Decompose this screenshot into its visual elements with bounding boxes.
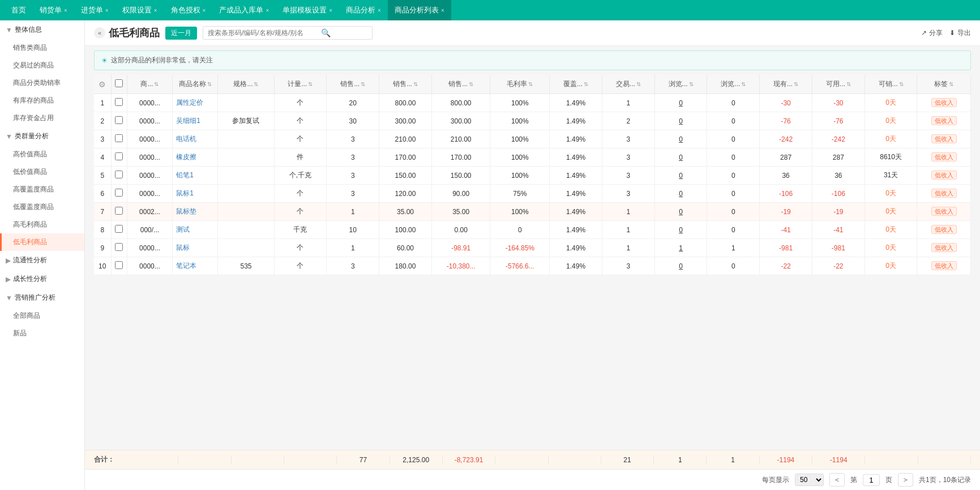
- row-v6: 3: [602, 148, 654, 167]
- search-icon[interactable]: 🔍: [321, 28, 331, 37]
- row-v7: 0: [654, 167, 707, 185]
- sidebar-item-inventory-capital[interactable]: 库存资金占用: [0, 109, 84, 127]
- nav-product-inbound[interactable]: 产成品入库单 ×: [212, 0, 276, 20]
- nav-home[interactable]: 首页: [5, 0, 33, 20]
- row-v2: 150.00: [379, 167, 432, 185]
- sidebar-item-all-products[interactable]: 全部商品: [0, 307, 84, 325]
- row-checkbox[interactable]: [115, 243, 123, 251]
- sidebar-item-sales-products[interactable]: 销售类商品: [0, 39, 84, 57]
- sidebar-item-high-margin[interactable]: 高毛利商品: [0, 216, 84, 233]
- close-icon[interactable]: ×: [64, 7, 67, 14]
- th-browse1[interactable]: 浏览...⇅: [654, 75, 707, 94]
- th-name[interactable]: 商品名称⇅: [173, 75, 218, 94]
- th-current-stock[interactable]: 现有...⇅: [760, 75, 812, 94]
- sidebar-item-new-products[interactable]: 新品: [0, 325, 84, 342]
- sidebar-group-liquidity-analysis[interactable]: ▶ 流通性分析: [0, 251, 84, 270]
- tag-badge: 低收入: [931, 207, 957, 216]
- row-name[interactable]: 鼠标: [173, 239, 218, 257]
- row-name[interactable]: 鼠标1: [173, 185, 218, 203]
- row-v5: 1.49%: [550, 203, 602, 221]
- th-available-stock[interactable]: 可用...⇅: [812, 75, 865, 94]
- th-sales1[interactable]: 销售...⇅: [327, 75, 379, 94]
- th-coverage[interactable]: 覆盖...⇅: [550, 75, 602, 94]
- row-checkbox[interactable]: [115, 207, 123, 215]
- row-checkbox[interactable]: [115, 98, 123, 106]
- row-v4: 100%: [490, 130, 550, 148]
- row-v2: 300.00: [379, 112, 432, 130]
- nav-permission-settings[interactable]: 权限设置 ×: [115, 0, 164, 20]
- row-name[interactable]: 测试: [173, 221, 218, 239]
- th-tag[interactable]: 标签⇅: [917, 75, 971, 94]
- search-input[interactable]: [208, 29, 321, 37]
- select-all-checkbox[interactable]: [115, 79, 123, 87]
- row-name[interactable]: 属性定价: [173, 94, 218, 112]
- filter-recent-month-button[interactable]: 近一月: [165, 27, 197, 40]
- sidebar-item-traded-products[interactable]: 交易过的商品: [0, 57, 84, 74]
- close-icon[interactable]: ×: [154, 7, 157, 14]
- sidebar-item-in-stock-products[interactable]: 有库存的商品: [0, 92, 84, 109]
- settings-icon[interactable]: ⚙: [99, 80, 106, 89]
- sidebar-item-low-coverage[interactable]: 低覆盖度商品: [0, 198, 84, 216]
- prev-page-button[interactable]: ＜: [829, 473, 845, 487]
- row-v1: 3: [327, 130, 379, 148]
- th-sales2[interactable]: 销售...⇅: [379, 75, 432, 94]
- next-page-button[interactable]: ＞: [898, 473, 913, 487]
- close-icon[interactable]: ×: [266, 7, 269, 14]
- th-code[interactable]: 商...⇅: [127, 75, 173, 94]
- sidebar-group-overall-info[interactable]: ▼ 整体信息: [0, 20, 84, 39]
- close-icon[interactable]: ×: [378, 7, 381, 14]
- close-icon[interactable]: ×: [203, 7, 206, 14]
- sidebar-item-high-coverage[interactable]: 高覆盖度商品: [0, 181, 84, 198]
- close-icon[interactable]: ×: [441, 7, 444, 14]
- sidebar-item-category-sales-rate[interactable]: 商品分类助销率: [0, 74, 84, 92]
- current-page-input[interactable]: [863, 474, 880, 486]
- close-icon[interactable]: ×: [105, 7, 109, 14]
- export-button[interactable]: ⬇ 导出: [949, 28, 971, 38]
- sidebar-item-low-value[interactable]: 低价值商品: [0, 163, 84, 181]
- row-v11: 0天: [865, 203, 917, 221]
- row-checkbox[interactable]: [115, 171, 123, 178]
- row-name[interactable]: 笔记本: [173, 257, 218, 275]
- nav-sales-order[interactable]: 销货单 ×: [33, 0, 74, 20]
- sidebar-group-marketing-analysis[interactable]: ▼ 营销推广分析: [0, 288, 84, 307]
- page-size-select[interactable]: 50 20 100: [795, 474, 824, 486]
- th-sales3[interactable]: 销售...⇅: [431, 75, 490, 94]
- row-checkbox[interactable]: [115, 152, 123, 160]
- row-name[interactable]: 铅笔1: [173, 167, 218, 185]
- close-icon[interactable]: ×: [329, 7, 332, 14]
- th-transactions[interactable]: 交易...⇅: [602, 75, 654, 94]
- nav-product-analysis[interactable]: 商品分析 ×: [339, 0, 388, 20]
- row-v9: -30: [760, 94, 812, 112]
- nav-product-analysis-list[interactable]: 商品分析列表 ×: [388, 0, 451, 20]
- row-name[interactable]: 橡皮擦: [173, 148, 218, 167]
- row-v3: 90.00: [431, 185, 490, 203]
- row-name[interactable]: 鼠标垫: [173, 203, 218, 221]
- nav-role-auth[interactable]: 角色授权 ×: [164, 0, 213, 20]
- products-table: ⚙ 商...⇅ 商品名称⇅ 规格...⇅ 计量...⇅ 销售...⇅ 销售...…: [94, 75, 971, 275]
- share-button[interactable]: ↗ 分享: [921, 28, 943, 38]
- header-actions: ↗ 分享 ⬇ 导出: [921, 28, 971, 38]
- row-unit: 个: [274, 130, 327, 148]
- nav-template-settings[interactable]: 单据模板设置 ×: [276, 0, 339, 20]
- th-browse2[interactable]: 浏览...⇅: [707, 75, 760, 94]
- row-checkbox[interactable]: [115, 134, 123, 142]
- row-name[interactable]: 电话机: [173, 130, 218, 148]
- th-spec[interactable]: 规格...⇅: [218, 75, 274, 94]
- row-name[interactable]: 吴细细1: [173, 112, 218, 130]
- th-margin-rate[interactable]: 毛利率⇅: [490, 75, 550, 94]
- th-unit[interactable]: 计量...⇅: [274, 75, 327, 94]
- sidebar-group-cluster-analysis[interactable]: ▼ 类群量分析: [0, 127, 84, 146]
- row-checkbox[interactable]: [115, 261, 123, 269]
- row-checkbox[interactable]: [115, 116, 123, 124]
- row-v1: 10: [327, 221, 379, 239]
- row-code: 0000...: [127, 257, 173, 275]
- sidebar-group-growth-analysis[interactable]: ▶ 成长性分析: [0, 270, 84, 288]
- row-checkbox[interactable]: [115, 189, 123, 197]
- th-sellable[interactable]: 可销...⇅: [865, 75, 917, 94]
- footer-total-label: 合计：: [94, 455, 114, 465]
- sidebar-item-low-margin[interactable]: 低毛利商品: [0, 233, 84, 251]
- nav-purchase-order[interactable]: 进货单 ×: [74, 0, 115, 20]
- sidebar-collapse-button[interactable]: «: [94, 27, 105, 39]
- sidebar-item-high-value[interactable]: 高价值商品: [0, 146, 84, 163]
- row-checkbox[interactable]: [115, 225, 123, 233]
